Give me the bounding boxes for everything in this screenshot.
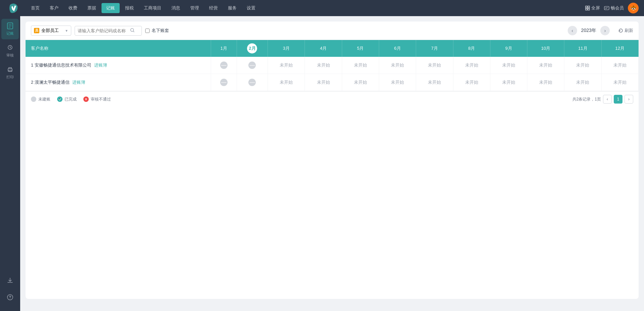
status-not-started: 未开始	[539, 80, 552, 85]
year-display: 2023年	[581, 28, 596, 34]
employee-select[interactable]: 员 全部员工 ▼	[31, 26, 71, 36]
month-cell-2: —	[237, 57, 268, 74]
search-icon[interactable]	[130, 28, 135, 34]
download-icon	[6, 277, 14, 284]
month-cell-11: 未开始	[564, 74, 601, 91]
next-year-button[interactable]: ›	[600, 26, 610, 35]
status-not-started: 未开始	[391, 80, 404, 85]
client-index: 1	[31, 63, 35, 68]
legend-rejected: 审核不通过	[83, 96, 111, 102]
nav-settings[interactable]: 设置	[242, 3, 260, 13]
col-apr: 4月	[305, 40, 342, 57]
month-cell-10: 未开始	[527, 57, 564, 74]
status-not-started: 未开始	[280, 80, 293, 85]
status-not-started: 未开始	[354, 80, 367, 85]
month-cell-2: —	[237, 74, 268, 91]
employee-icon: 员	[34, 28, 39, 33]
month-cell-12: 未开始	[601, 57, 638, 74]
total-records-text: 共2条记录，1页	[572, 96, 601, 102]
nav-ledger[interactable]: 记账	[102, 3, 120, 13]
table-row: 2 漠澜太平畅捷通信进账簿——未开始未开始未开始未开始未开始未开始未开始未开始未…	[26, 74, 639, 91]
nav-invoice[interactable]: 票据	[83, 3, 101, 13]
col-jun: 6月	[379, 40, 416, 57]
col-nov: 11月	[564, 40, 601, 57]
refresh-button[interactable]: 刷新	[618, 28, 633, 34]
nav-manage[interactable]: 管理	[186, 3, 204, 13]
month-cell-4: 未开始	[305, 74, 342, 91]
nav-business[interactable]: 工商项目	[139, 3, 166, 13]
status-not-started: 未开始	[317, 80, 330, 85]
col-jan: 1月	[211, 40, 237, 57]
svg-point-11	[10, 299, 10, 299]
next-page-button[interactable]: ›	[625, 95, 633, 104]
sidebar-item-help[interactable]	[1, 290, 19, 304]
month-cell-8: 未开始	[453, 74, 490, 91]
print-icon	[6, 66, 14, 73]
status-not-started: 未开始	[576, 63, 589, 68]
sidebar-item-ledger[interactable]: 记账	[1, 19, 19, 39]
nav-customer[interactable]: 客户	[45, 3, 63, 13]
col-oct: 10月	[527, 40, 564, 57]
status-not-started: 未开始	[613, 63, 627, 68]
status-not-started: 未开始	[502, 80, 515, 85]
month-cell-7: 未开始	[416, 74, 453, 91]
svg-rect-3	[588, 8, 590, 10]
status-dash-icon: —	[248, 79, 256, 86]
status-not-started: 未开始	[280, 63, 293, 68]
member-button[interactable]: 畅会员	[604, 5, 624, 11]
sidebar-item-print[interactable]: 打印	[1, 63, 19, 83]
status-not-started: 未开始	[613, 80, 627, 85]
status-not-started: 未开始	[539, 63, 552, 68]
footer-pagination: 共2条记录，1页 ‹ 1 ›	[572, 95, 633, 104]
status-not-started: 未开始	[428, 80, 441, 85]
nav-home[interactable]: 首页	[26, 3, 44, 13]
sidebar-item-download[interactable]	[1, 273, 19, 287]
status-not-started: 未开始	[317, 63, 330, 68]
user-avatar[interactable]: 🐯	[628, 3, 639, 13]
status-not-started: 未开始	[465, 63, 478, 68]
month-cell-5: 未开始	[342, 74, 379, 91]
page-1-button[interactable]: 1	[614, 95, 622, 104]
enter-ledger-button[interactable]: 进账簿	[72, 80, 85, 85]
client-name-cell: 2 漠澜太平畅捷通信进账簿	[26, 74, 211, 91]
svg-point-7	[10, 47, 10, 48]
status-dash-icon: —	[220, 62, 228, 69]
my-accounts-checkbox[interactable]	[145, 29, 150, 33]
svg-rect-2	[586, 8, 587, 10]
col-jul: 7月	[416, 40, 453, 57]
month-cell-1: —	[211, 74, 237, 91]
nav-billing[interactable]: 收费	[64, 3, 82, 13]
audit-icon	[6, 44, 14, 51]
table-row: 1 安徽畅捷通信息技术有限公司进账簿——未开始未开始未开始未开始未开始未开始未开…	[26, 57, 639, 74]
col-mar: 3月	[268, 40, 305, 57]
legend-dot-red	[83, 96, 89, 102]
col-dec: 12月	[601, 40, 638, 57]
search-input[interactable]	[78, 28, 128, 33]
legend-dot-teal	[57, 96, 63, 102]
client-name-text: 安徽畅捷通信息技术有限公司	[35, 63, 91, 68]
svg-rect-0	[586, 6, 587, 8]
legend-completed: 已完成	[57, 96, 77, 102]
my-accounts-checkbox-label[interactable]: 名下账套	[145, 28, 169, 34]
col-client-name: 客户名称	[26, 40, 211, 57]
nav-tax[interactable]: 报税	[120, 3, 138, 13]
month-cell-8: 未开始	[453, 57, 490, 74]
month-cell-11: 未开始	[564, 57, 601, 74]
client-name-cell: 1 安徽畅捷通信息技术有限公司进账簿	[26, 57, 211, 74]
month-cell-3: 未开始	[268, 74, 305, 91]
month-cell-6: 未开始	[379, 57, 416, 74]
prev-year-button[interactable]: ‹	[568, 26, 577, 35]
prev-page-button[interactable]: ‹	[603, 95, 612, 104]
month-cell-9: 未开始	[490, 74, 527, 91]
month-cell-10: 未开始	[527, 74, 564, 91]
nav-message[interactable]: 消息	[167, 3, 185, 13]
main-card: 员 全部员工 ▼ 名下账套 ‹ 2023年 ›	[26, 22, 639, 299]
top-navigation: 首页 客户 收费 票据 记账 报税 工商项目 消息 管理 经营 服务 设置 全屏…	[0, 0, 644, 16]
nav-service[interactable]: 服务	[223, 3, 241, 13]
fullscreen-button[interactable]: 全屏	[585, 5, 600, 11]
sidebar-item-audit[interactable]: 审核	[1, 41, 19, 61]
nav-operation[interactable]: 经营	[204, 3, 223, 13]
enter-ledger-button[interactable]: 进账簿	[94, 63, 107, 68]
table-scroll-area[interactable]: 客户名称 1月 2月 3月 4月 5月 6月 7月 8月 9月	[26, 40, 639, 91]
content-area: 员 全部员工 ▼ 名下账套 ‹ 2023年 ›	[20, 16, 644, 311]
